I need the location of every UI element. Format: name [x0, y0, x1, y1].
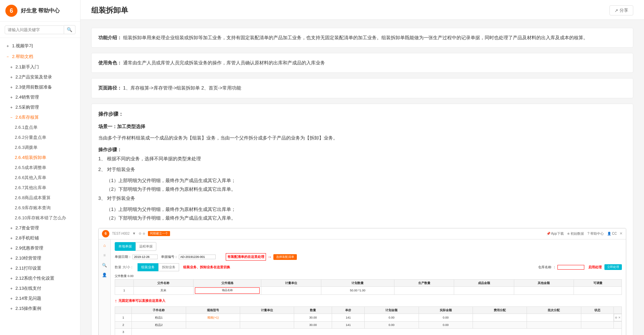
lower-table: 子件名称 规格型号 计量单位 数量 单价 计划金额 实际金额 费用分配 批次分配	[115, 306, 622, 335]
sidebar-item-stockcheck[interactable]: 2.6.1盘点单	[0, 122, 80, 132]
sidebar-item-prep[interactable]: ＋ 2.3使用前数据准备	[0, 82, 80, 92]
warehouse-input[interactable]	[557, 265, 584, 270]
lcol-actual-amt: 实际金额	[419, 306, 473, 314]
sidebar-item-cases[interactable]: ＋ 2.15操作案例	[0, 303, 80, 314]
sidebar-item-mobile[interactable]: ＋ 2.8手机旺铺	[0, 233, 80, 243]
confirm-btn[interactable]: 立即处理	[604, 264, 622, 270]
plus-icon-ops: ＋	[9, 256, 13, 261]
strip-icon-search[interactable]: 🔍	[102, 262, 107, 269]
op-steps-label2: 操作步骤：	[98, 146, 626, 154]
step-1-num: 1、	[98, 156, 106, 161]
form-date-input[interactable]	[132, 255, 158, 259]
search-input[interactable]	[5, 25, 64, 34]
app-layout: ⌂ ≡ 🔍 👤 本地单据 远程单据	[99, 239, 626, 335]
sidebar-item-video[interactable]: ＋ 1.视频学习	[0, 41, 80, 51]
table-row: 1 粉品1 规格(+1) 30.00 141 0.00 0.00	[115, 314, 622, 322]
plus-icon-cases: ＋	[9, 306, 13, 312]
step-3-text: 对于拆装业务	[107, 196, 135, 201]
app-icon-3: ? 帮助中心	[587, 231, 603, 237]
sidebar-item-otherin[interactable]: 2.6.6其他入库单	[0, 173, 80, 183]
sidebar-item-stockerror[interactable]: 2.6.10库存账本错了怎么办	[0, 213, 80, 223]
tab-assembly[interactable]: 组装业务	[138, 263, 158, 271]
plus-icon-prep: ＋	[9, 85, 13, 90]
sidebar-item-stockcheck2[interactable]: 2.6.9库存账本查询	[0, 203, 80, 213]
col-parent-name: 父件名称	[133, 280, 193, 287]
sidebar-item-costrecalc[interactable]: 2.6.8商品成本重算	[0, 193, 80, 203]
sidebar-item-transfer[interactable]: 2.6.3调拨单	[0, 143, 80, 153]
del-icon[interactable]: ✕	[618, 315, 621, 320]
sidebar-item-coupon[interactable]: ＋ 2.9优惠券管理	[0, 243, 80, 253]
type-tabs-row: 数量 大/小： 组装业务 拆卸业务 组装业务、拆卸业务在这里切换 仓库名称： 启…	[115, 263, 622, 271]
role-text: 通常由生产人员或库管人员完成拆装业务的操作，库管人员确认原材料的出库和产成品的入…	[123, 60, 325, 65]
section-video: ＋ 1.视频学习	[0, 41, 80, 51]
annotation2-label: 组装业务、拆卸业务在这里切换	[183, 264, 230, 270]
sidebar-item-finance[interactable]: ＋ 2.7资金管理	[0, 223, 80, 233]
cell-other-amt	[514, 287, 574, 294]
strip-icon-list[interactable]: ≡	[103, 252, 106, 259]
lcol-cost-alloc: 费用分配	[473, 306, 527, 314]
sidebar-item-ops[interactable]: ＋ 2.10经营管理	[0, 253, 80, 263]
share-button[interactable]: ↗ 分享	[609, 5, 633, 15]
sidebar-item-otherout[interactable]: 2.6.7其他出库单	[0, 183, 80, 193]
copy-icon[interactable]: ⊕	[615, 315, 618, 320]
sidebar-item-faq[interactable]: ＋ 2.14常见问题	[0, 293, 80, 303]
warehouse-label: 仓库名称	[538, 264, 551, 270]
sidebar: 6 好生意 帮助中心 🔍 ＋ 1.视频学习 － 2.帮助文档 ＋ 2.1新手入门	[0, 0, 80, 335]
cell-prod-amt	[454, 287, 514, 294]
main-area: 组装拆卸单 ↗ 分享 功能介绍： 组装拆卸单用来处理企业组装或拆卸等加工业务，支…	[80, 0, 644, 335]
strip-icon-user[interactable]: 👤	[102, 272, 107, 279]
minus-icon: －	[5, 54, 10, 59]
plus-icon-mobile: ＋	[9, 235, 13, 241]
search-bar: 🔍	[0, 22, 80, 38]
sidebar-item-partcheck[interactable]: 2.6.2分量盘点单	[0, 132, 80, 143]
plus-icon-faq: ＋	[9, 296, 13, 301]
sidebar-item-costadj[interactable]: 2.6.5成本调整单	[0, 163, 80, 173]
cell-unit	[261, 287, 321, 294]
search-button[interactable]: 🔍	[64, 25, 75, 34]
sidebar-item-help[interactable]: － 2.帮助文档	[0, 51, 80, 62]
lcol-price: 单价	[332, 306, 365, 314]
quantity-label: 数量 大/小：	[115, 264, 133, 270]
lcol-plan-amt: 计划金额	[365, 306, 419, 314]
logo-icon: 6	[5, 5, 17, 17]
lcol-status: 状态	[581, 306, 613, 314]
table-row: 3	[115, 329, 622, 335]
sidebar-item-custom[interactable]: ＋ 2.12系统个性化设置	[0, 273, 80, 283]
form-id-input[interactable]	[179, 255, 216, 259]
warehouse-field: 仓库名称： 启用处理 立即处理	[538, 264, 622, 270]
sidebar-item-inventory[interactable]: － 2.6库存核算	[0, 112, 80, 122]
tab-remote[interactable]: 远程单据	[136, 242, 156, 251]
sidebar-item-new[interactable]: ＋ 2.1新手入门	[0, 62, 80, 72]
upper-table-label: 父件数量 0.00	[115, 273, 133, 279]
intro-card: 功能介绍： 组装拆卸单用来处理企业组装或拆卸等加工业务，支持有固定装配清单的产品…	[91, 28, 633, 48]
app-icon-1: 📌 App下载	[546, 231, 564, 237]
app-icon-2: ⊕ 初始数据	[567, 231, 584, 237]
upper-table-header: 父件数量 0.00	[115, 273, 622, 279]
lcol-batch: 批次分配	[527, 306, 581, 314]
dropdown-icon: ▼	[132, 230, 136, 237]
sidebar-item-sales[interactable]: ＋ 2.4销售管理	[0, 92, 80, 102]
plus-icon-print: ＋	[9, 266, 13, 271]
form-id-field: 单据编号：	[161, 254, 216, 260]
type-tabs: 组装业务 拆卸业务	[138, 263, 179, 271]
sidebar-item-install[interactable]: ＋ 2.2产品安装及登录	[0, 72, 80, 82]
strip-icon-home[interactable]: ⌂	[103, 242, 106, 249]
scene1-title: 场景一：加工类型选择	[98, 122, 626, 131]
sidebar-item-print[interactable]: ＋ 2.11打印设置	[0, 263, 80, 273]
lcol-unit: 计量单位	[240, 306, 294, 314]
sidebar-item-assembly[interactable]: 2.6.4组装拆卸单	[0, 153, 80, 163]
sidebar-item-purchase[interactable]: ＋ 2.5采购管理	[0, 102, 80, 112]
tab-disassembly[interactable]: 拆卸业务	[158, 263, 179, 271]
upper-table: 父件名称 父件规格 计量单位 计划数量 生产数量 成品金额 其他金额 可调量	[115, 279, 622, 295]
tab-local[interactable]: 本地单据	[115, 242, 136, 251]
form-date-field: 单据日期：	[115, 254, 158, 260]
orange-new-btn[interactable]: 同期建立一个	[148, 231, 170, 236]
item-name-input[interactable]: 物品名称	[195, 287, 260, 293]
select-assembly-btn[interactable]: 选择装配清单	[273, 254, 297, 260]
share-icon: ↗	[614, 8, 618, 13]
close-icon[interactable]: ✕	[620, 230, 623, 237]
app-main-content: 本地单据 远程单据 单据日期： 单据编号：	[111, 239, 626, 335]
table-row: 2 粉品2 30.00 141 0.00 0.00	[115, 322, 622, 329]
app-id: TEST-H002	[112, 231, 129, 237]
sidebar-item-online[interactable]: ＋ 2.13在线支付	[0, 283, 80, 293]
